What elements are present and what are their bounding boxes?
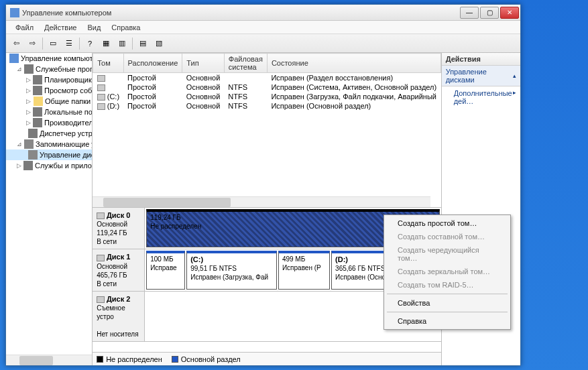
column-header[interactable]: Расположение — [123, 54, 182, 73]
tree-item[interactable]: ⊿Запоминающие устройс — [6, 139, 92, 149]
tree-toggle-icon[interactable]: ⊿ — [17, 141, 22, 147]
tree-item[interactable]: ▷Планировщик заданий — [6, 74, 92, 85]
actions-category[interactable]: Управление дисками ▴ — [442, 66, 520, 86]
column-header[interactable]: Файловая система — [224, 54, 267, 73]
tool-btn-2[interactable]: ☰ — [62, 36, 76, 51]
context-menu-item: Создать зеркальный том… — [386, 265, 509, 278]
tree-label: Производительность — [44, 119, 93, 127]
menu-separator — [387, 312, 508, 312]
column-header[interactable]: Состояние — [267, 54, 440, 73]
forward-button[interactable]: ⇨ — [25, 36, 40, 51]
tree-toggle-icon[interactable]: ▷ — [26, 119, 31, 126]
table-row[interactable]: (D:)ПростойОсновнойNTFSИсправен (Основно… — [93, 101, 440, 111]
disk-label[interactable]: Диск 0Основной119,24 ГБВ сети — [93, 208, 145, 249]
tool-btn-5[interactable]: ▥ — [115, 36, 129, 51]
scroll-thumb[interactable] — [103, 198, 231, 207]
service-icon — [33, 107, 42, 117]
tree-label: Общие папки — [45, 97, 91, 105]
separator — [79, 38, 80, 50]
volume-icon — [97, 84, 105, 91]
tree-label: Службы и приложения — [35, 162, 93, 170]
collapse-icon: ▴ — [513, 72, 516, 79]
nav-tree[interactable]: Управление компьютером (л⊿Служебные прог… — [6, 53, 93, 365]
column-header[interactable]: Тип — [182, 54, 224, 73]
context-menu-item[interactable]: Справка — [386, 314, 509, 328]
tree-label: Служебные программы — [36, 65, 93, 73]
back-button[interactable]: ⇦ — [9, 36, 23, 51]
help-icon: ? — [88, 40, 92, 48]
column-header[interactable]: Том — [93, 54, 123, 73]
minimize-button[interactable]: — — [460, 7, 479, 19]
table-row[interactable]: ПростойОсновнойИсправен (Раздел восстано… — [93, 73, 440, 83]
grid-hscroll[interactable] — [93, 196, 430, 207]
volume-icon — [97, 94, 105, 101]
tree-item[interactable]: Управление компьютером (л — [6, 53, 92, 64]
legend-label: Не распределен — [106, 355, 162, 363]
table-row[interactable]: (C:)ПростойОсновнойNTFSИсправен (Загрузк… — [93, 92, 440, 101]
tree-label: Управление компьютером (л — [21, 54, 93, 62]
partition[interactable]: 100 МБИсправе — [146, 251, 185, 289]
tree-toggle-icon[interactable]: ▷ — [26, 98, 32, 105]
tree-item[interactable]: ▷Просмотр событий — [6, 85, 92, 96]
context-menu-item: Создать том RAID-5… — [386, 278, 509, 292]
tree-toggle-icon[interactable]: ▷ — [17, 162, 21, 169]
tree-item[interactable]: Диспетчер устройств — [6, 128, 92, 139]
tree-item[interactable]: ▷Производительность — [6, 117, 92, 128]
toolbar: ⇦ ⇨ ▭ ☰ ? ▦ ▥ ▤ ▧ — [6, 34, 520, 53]
tool-btn-6[interactable]: ▤ — [135, 36, 150, 51]
disk-label[interactable]: Диск 1Основной465,76 ГБВ сети — [93, 249, 145, 290]
disk-label[interactable]: Диск 2Съемное устроНет носителя — [93, 292, 145, 341]
disk-icon — [24, 139, 34, 149]
table-row[interactable]: ПростойОсновнойNTFSИсправен (Система, Ак… — [93, 82, 440, 92]
legend: Не распределенОсновной раздел — [93, 352, 440, 365]
legend-item: Основной раздел — [172, 355, 241, 363]
volume-list[interactable]: ТомРасположениеТипФайловая системаСостоя… — [93, 53, 440, 207]
actions-more-label: Дополнительные дей… — [454, 89, 513, 105]
context-menu-item: Создать чередующийся том… — [386, 243, 509, 265]
partition[interactable]: (C:)99,51 ГБ NTFSИсправен (Загрузка, Фай — [186, 251, 277, 289]
separator — [42, 38, 43, 50]
tool-btn-4[interactable]: ▦ — [99, 36, 113, 51]
context-menu-item[interactable]: Свойства — [386, 296, 509, 310]
legend-swatch — [172, 356, 178, 363]
tool-btn-1[interactable]: ▭ — [46, 36, 60, 51]
context-menu[interactable]: Создать простой том…Создать составной то… — [384, 214, 511, 330]
service-icon — [23, 161, 33, 170]
context-menu-item[interactable]: Создать простой том… — [386, 217, 509, 230]
context-menu-item: Создать составной том… — [386, 230, 509, 243]
actions-more[interactable]: Дополнительные дей… ▸ — [442, 86, 520, 108]
service-icon — [33, 86, 42, 95]
menu-файл[interactable]: Файл — [10, 22, 39, 33]
tree-toggle-icon[interactable]: ▷ — [26, 109, 31, 115]
disk-icon — [97, 255, 105, 261]
window-title: Управление компьютером — [22, 9, 459, 17]
tree-item[interactable]: ▷Локальные пользоват — [6, 107, 92, 117]
tree-toggle-icon[interactable]: ▷ — [26, 76, 31, 83]
tool-btn-7[interactable]: ▧ — [152, 36, 166, 51]
volume-icon — [97, 103, 105, 110]
app-icon — [10, 8, 19, 17]
maximize-button[interactable]: ▢ — [480, 7, 499, 19]
tree-item[interactable]: ▷Службы и приложения — [6, 160, 92, 171]
menu-вид[interactable]: Вид — [82, 22, 106, 33]
tree-item[interactable]: ⊿Служебные программы — [6, 64, 92, 74]
titlebar[interactable]: Управление компьютером — ▢ ✕ — [6, 5, 520, 21]
tree-toggle-icon[interactable]: ▷ — [26, 87, 31, 94]
close-button[interactable]: ✕ — [500, 7, 519, 19]
service-icon — [33, 118, 42, 127]
grid-icon: ▦ — [103, 39, 109, 48]
tree-label: Просмотр событий — [44, 86, 93, 95]
arrow-left-icon: ⇦ — [13, 39, 19, 48]
tree-item[interactable]: ▷Общие папки — [6, 96, 92, 107]
menu-справка[interactable]: Справка — [106, 22, 145, 33]
tree-item[interactable]: Управление дисками — [6, 149, 92, 160]
box-icon: ▥ — [119, 39, 125, 48]
volume-icon — [97, 75, 105, 82]
menu-действие[interactable]: Действие — [39, 22, 82, 33]
actions-header: Действия — [442, 53, 520, 66]
tree-toggle-icon[interactable]: ⊿ — [17, 66, 22, 72]
tree-hscroll[interactable] — [6, 355, 92, 365]
partition[interactable]: 499 МБИсправен (Р — [278, 251, 330, 289]
tool-btn-3[interactable]: ? — [82, 36, 97, 51]
scroll-thumb[interactable] — [19, 356, 53, 365]
